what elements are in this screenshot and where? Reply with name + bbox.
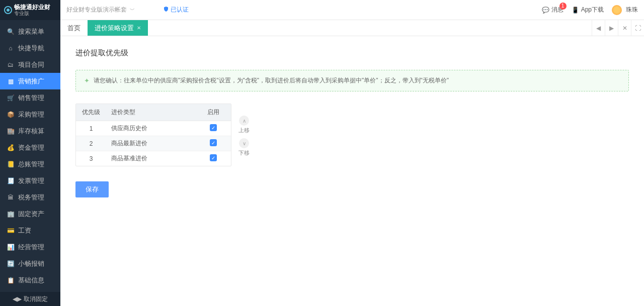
enable-checkbox[interactable] — [210, 124, 217, 131]
download-icon: 📱 — [572, 7, 579, 14]
move-up-button[interactable]: ∧ 上移 — [238, 116, 250, 134]
sidebar-item-1[interactable]: ⌂快捷导航 — [0, 40, 60, 56]
priority-cell: 3 — [76, 151, 106, 166]
chevron-down-icon: ∨ — [239, 138, 249, 148]
ledger-icon: 📒 — [7, 161, 14, 168]
sidebar-item-label: 库存核算 — [18, 127, 44, 136]
sidebar-item-label: 基础信息 — [18, 276, 44, 285]
sidebar-item-13[interactable]: 📊经营管理 — [0, 239, 60, 255]
main: 进价提取优先级 ✦ 请您确认：往来单位中的供应商"采购报价含税"设置，为"含税"… — [60, 36, 644, 306]
chevron-down-icon: ﹀ — [130, 7, 135, 14]
org-dropdown[interactable]: 好业财专业版演示帐套 ﹀ — [66, 6, 157, 14]
move-down-button[interactable]: ∨ 下移 — [238, 138, 250, 157]
sidebar-item-12[interactable]: 💳工资 — [0, 222, 60, 239]
sidebar-item-7[interactable]: 💰资金管理 — [0, 139, 60, 156]
money-icon: 💰 — [7, 144, 14, 151]
message-badge: 1 — [559, 3, 567, 10]
tab-next-button[interactable]: ▶ — [605, 20, 618, 36]
type-cell: 商品基准进价 — [106, 151, 196, 166]
sidebar-item-14[interactable]: 🔄小畅报销 — [0, 255, 60, 272]
sidebar: 畅捷通好业财 专业版 🔍搜索菜单⌂快捷导航🗂项目合同▦营销推广🛒销售管理📦采购管… — [0, 0, 60, 306]
tab-prev-button[interactable]: ◀ — [592, 20, 605, 36]
user-button[interactable]: 珠珠 — [612, 5, 638, 15]
sidebar-item-label: 营销推广 — [18, 77, 44, 86]
sidebar-header: 畅捷通好业财 专业版 — [0, 0, 60, 20]
tab-label: 进价策略设置 — [95, 24, 134, 33]
tabs-bar: 首页进价策略设置✕ ◀ ▶ ✕ ⛶ — [60, 20, 644, 36]
sidebar-item-label: 工资 — [18, 226, 31, 235]
message-button[interactable]: 💬 消息 1 — [542, 6, 564, 14]
page-title: 进价提取优先级 — [75, 48, 629, 58]
tab-close-all-button[interactable]: ✕ — [618, 20, 631, 36]
sidebar-item-9[interactable]: 🧾发票管理 — [0, 172, 60, 189]
col-priority-header: 优先级 — [76, 104, 106, 121]
priority-table: 优先级 进价类型 启用 1 供应商历史价 2 商品最新进价 3 商品基准进价 — [75, 104, 231, 166]
fullscreen-button[interactable]: ⛶ — [631, 20, 644, 36]
cart-icon: 🛒 — [7, 94, 14, 101]
app-subtitle: 专业版 — [14, 11, 50, 16]
sparkle-icon: ✦ — [84, 77, 90, 84]
logo-icon — [4, 6, 12, 14]
sidebar-item-4[interactable]: 🛒销售管理 — [0, 89, 60, 106]
briefcase-icon: 🗂 — [7, 61, 14, 68]
reimburse-icon: 🔄 — [7, 260, 14, 267]
sidebar-item-8[interactable]: 📒总账管理 — [0, 156, 60, 172]
move-up-label: 上移 — [238, 127, 250, 134]
salary-icon: 💳 — [7, 227, 14, 234]
chevron-right-icon: ▶ — [609, 25, 614, 32]
sidebar-item-0[interactable]: 🔍搜索菜单 — [0, 23, 60, 40]
sidebar-item-10[interactable]: 🏛税务管理 — [0, 189, 60, 206]
pin-label: 取消固定 — [24, 295, 48, 303]
invoice-icon: 🧾 — [7, 177, 14, 184]
enable-checkbox[interactable] — [210, 139, 217, 146]
pin-arrows-icon: ◀▶ — [13, 295, 22, 302]
sidebar-item-label: 采购管理 — [18, 110, 44, 119]
type-cell: 商品最新进价 — [106, 136, 196, 151]
info-icon: 📋 — [7, 277, 14, 284]
tab-1[interactable]: 进价策略设置✕ — [88, 20, 148, 36]
table-row[interactable]: 2 商品最新进价 — [76, 136, 231, 151]
app-title: 畅捷通好业财 — [14, 4, 50, 11]
sidebar-item-15[interactable]: 📋基础信息 — [0, 272, 60, 288]
priority-cell: 2 — [76, 136, 106, 151]
chevron-left-icon: ◀ — [596, 25, 601, 32]
sidebar-pin-toggle[interactable]: ◀▶ 取消固定 — [0, 292, 60, 306]
table-row[interactable]: 3 商品基准进价 — [76, 151, 231, 166]
col-type-header: 进价类型 — [106, 104, 196, 121]
sidebar-item-3[interactable]: ▦营销推广 — [0, 73, 60, 89]
sidebar-item-16[interactable]: ⚙系统管理 — [0, 288, 60, 292]
sidebar-item-5[interactable]: 📦采购管理 — [0, 106, 60, 123]
priority-cell: 1 — [76, 121, 106, 136]
asset-icon: 🏢 — [7, 211, 14, 218]
avatar-icon — [612, 5, 622, 15]
sidebar-item-6[interactable]: 🏬库存核算 — [0, 123, 60, 139]
sidebar-item-label: 总账管理 — [18, 160, 44, 169]
home-icon: ⌂ — [7, 45, 14, 52]
user-label: 珠珠 — [626, 6, 638, 14]
tab-0[interactable]: 首页 — [60, 20, 88, 36]
save-button[interactable]: 保存 — [75, 181, 109, 197]
sidebar-item-label: 项目合同 — [18, 60, 44, 69]
sidebar-item-2[interactable]: 🗂项目合同 — [0, 56, 60, 73]
verified-badge[interactable]: 已认证 — [163, 6, 189, 14]
sidebar-item-label: 资金管理 — [18, 143, 44, 152]
table-row[interactable]: 1 供应商历史价 — [76, 121, 231, 136]
sidebar-menu: 🔍搜索菜单⌂快捷导航🗂项目合同▦营销推广🛒销售管理📦采购管理🏬库存核算💰资金管理… — [0, 20, 60, 292]
info-box: ✦ 请您确认：往来单位中的供应商"采购报价含税"设置，为"含税"，取到进价后将自… — [75, 70, 629, 91]
info-text: 请您确认：往来单位中的供应商"采购报价含税"设置，为"含税"，取到进价后将自动带… — [94, 76, 449, 85]
sidebar-item-label: 快捷导航 — [18, 44, 44, 53]
management-icon: 📊 — [7, 244, 14, 251]
type-cell: 供应商历史价 — [106, 121, 196, 136]
grid-icon: ▦ — [7, 78, 14, 85]
sidebar-item-label: 销售管理 — [18, 93, 44, 103]
enable-checkbox[interactable] — [210, 154, 217, 161]
shield-icon — [163, 6, 169, 14]
sidebar-item-label: 发票管理 — [18, 176, 44, 185]
download-button[interactable]: 📱 App下载 — [572, 6, 604, 14]
download-label: App下载 — [581, 6, 604, 14]
tab-close-icon[interactable]: ✕ — [137, 25, 141, 31]
close-icon: ✕ — [622, 25, 627, 32]
sidebar-item-11[interactable]: 🏢固定资产 — [0, 206, 60, 222]
sidebar-item-label: 小畅报销 — [18, 259, 44, 268]
sidebar-item-label: 搜索菜单 — [18, 27, 44, 36]
